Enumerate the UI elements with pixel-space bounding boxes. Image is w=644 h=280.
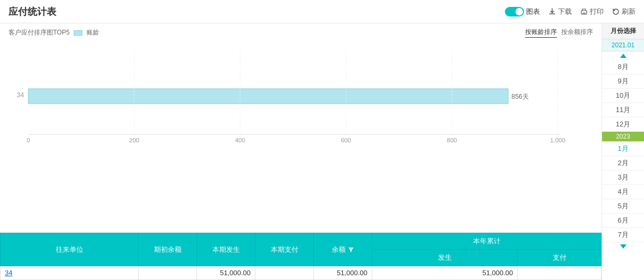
legend-box-label: 账龄 [87,28,99,37]
print-icon [580,8,588,15]
svg-text:200: 200 [129,137,139,143]
sidebar-month-1[interactable]: 1月 [602,142,644,156]
td-ytd-pay [518,266,602,280]
chevron-down-icon [620,244,626,249]
sort-buttons: 按账龄排序 按余额排序 [525,28,593,38]
td-opening [139,266,197,280]
sidebar: 月份选择 2021.01 8月 9月 10月 11月 12月 2023 1月 2… [602,23,644,280]
svg-rect-0 [581,11,587,14]
bar-chart-svg: 34 856天 0 200 400 600 800 1,000 [8,44,593,150]
th-ytd-group: 本年累计 [372,233,602,250]
sidebar-month-11[interactable]: 11月 [602,103,644,117]
th-unit: 往来单位 [1,233,139,266]
td-current-pay [255,266,314,280]
main-content: 客户应付排序图TOP5 账龄 按账龄排序 按余额排序 34 856天 [0,23,644,280]
svg-text:1,000: 1,000 [550,137,565,143]
sidebar-down-nav[interactable] [602,242,644,251]
svg-text:34: 34 [16,91,24,99]
svg-text:400: 400 [235,137,245,143]
sidebar-month-9[interactable]: 9月 [602,74,644,89]
header-actions: 图表 下载 打印 刷新 [505,7,636,16]
sidebar-month-7[interactable]: 7月 [602,228,644,242]
th-current-occur: 本期发生 [197,233,255,266]
download-icon [548,8,556,15]
sort-by-amount-button[interactable]: 按余额排序 [561,28,593,38]
chart-label: 图表 [526,7,540,16]
td-ytd-occur: 51,000.00 [372,266,518,280]
svg-rect-1 [582,13,586,14]
data-table: 往来单位 期初余额 本期发生 本期支付 [0,233,602,280]
print-button[interactable]: 打印 [580,7,604,16]
sidebar-year-2023: 2023 [602,132,644,142]
refresh-icon [612,8,620,15]
table-row: 34 51,000.00 5 [1,266,602,280]
th-balance: 余额 [314,233,372,266]
svg-text:0: 0 [27,137,30,143]
svg-text:856天: 856天 [511,93,529,100]
svg-text:800: 800 [447,137,457,143]
sidebar-current-date[interactable]: 2021.01 [602,39,644,52]
chart-toggle[interactable] [505,7,524,16]
svg-text:600: 600 [341,137,351,143]
chevron-up-icon [620,54,626,58]
refresh-button[interactable]: 刷新 [612,7,636,16]
th-current-pay: 本期支付 [255,233,314,266]
sidebar-month-6[interactable]: 6月 [602,214,644,228]
svg-rect-3 [28,89,508,104]
sidebar-up-nav[interactable] [602,52,644,60]
svg-marker-17 [348,248,354,252]
chart-area: 客户应付排序图TOP5 账龄 按账龄排序 按余额排序 34 856天 [0,23,602,280]
sidebar-month-10[interactable]: 10月 [602,89,644,103]
legend-color-box [74,30,82,36]
th-ytd-occur: 发生 [372,250,518,266]
app-container: 应付统计表 图表 下载 打印 [0,0,644,280]
sidebar-month-3[interactable]: 3月 [602,171,644,185]
sort-by-age-button[interactable]: 按账龄排序 [525,28,557,38]
chart-legend: 客户应付排序图TOP5 账龄 [8,28,99,37]
sidebar-month-12[interactable]: 12月 [602,117,644,132]
filter-icon[interactable] [348,247,354,252]
sidebar-month-2[interactable]: 2月 [602,156,644,171]
legend-text: 客户应付排序图TOP5 [8,28,70,37]
page-title: 应付统计表 [8,5,56,18]
header: 应付统计表 图表 下载 打印 [0,0,644,23]
td-balance: 51,000.00 [314,266,372,280]
th-ytd-pay: 支付 [518,250,602,266]
chart-wrapper: 34 856天 0 200 400 600 800 1,000 [0,42,602,233]
td-current-occur: 51,000.00 [197,266,255,280]
download-button[interactable]: 下载 [548,7,572,16]
td-unit: 34 [1,266,139,280]
unit-link[interactable]: 34 [5,269,12,277]
th-opening: 期初余额 [139,233,197,266]
table-area: 往来单位 期初余额 本期发生 本期支付 [0,233,602,280]
sidebar-header: 月份选择 [602,23,644,39]
sidebar-month-5[interactable]: 5月 [602,199,644,214]
chart-header: 客户应付排序图TOP5 账龄 按账龄排序 按余额排序 [0,23,602,42]
sidebar-month-8[interactable]: 8月 [602,60,644,74]
chart-toggle-container: 图表 [505,7,540,16]
sidebar-month-4[interactable]: 4月 [602,185,644,199]
